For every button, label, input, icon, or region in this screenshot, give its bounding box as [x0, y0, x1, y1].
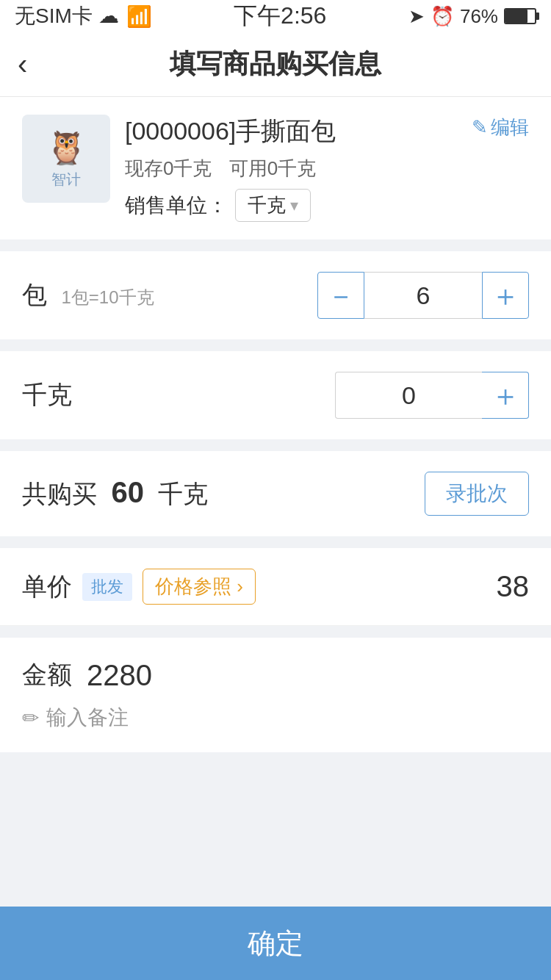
- battery-icon: [504, 8, 536, 24]
- unit-label: 销售单位：: [125, 192, 228, 220]
- kg-label: 千克: [22, 378, 335, 412]
- bao-row: 包 1包=10千克 － ＋: [0, 251, 551, 339]
- summary-text: 共购买 60 千克: [22, 476, 208, 511]
- price-section: 单价 批发 价格参照 › 38: [0, 548, 551, 626]
- note-icon: ✏: [22, 706, 39, 730]
- no-sim-label: 无SIM卡 ☁: [15, 2, 119, 30]
- owl-icon: 🦉: [46, 129, 87, 167]
- confirm-bar[interactable]: 确定: [0, 907, 551, 980]
- dropdown-arrow-icon: ▾: [290, 196, 298, 215]
- battery-label: 76%: [460, 5, 498, 28]
- summary-qty: 60: [111, 476, 144, 508]
- bao-minus-button[interactable]: －: [317, 272, 364, 319]
- status-left: 无SIM卡 ☁ 📶: [15, 2, 152, 30]
- nav-bar: ‹ 填写商品购买信息: [0, 32, 551, 97]
- price-label: 单价: [22, 570, 72, 604]
- note-placeholder: 输入备注: [46, 704, 129, 732]
- product-actions: ✎ 编辑: [472, 115, 529, 140]
- unit-dropdown[interactable]: 千克 ▾: [235, 189, 311, 222]
- status-time: 下午2:56: [234, 0, 326, 32]
- location-icon: ➤: [408, 5, 425, 28]
- bao-label: 包 1包=10千克: [22, 278, 317, 312]
- amount-row: 金额 2280: [22, 658, 529, 692]
- bao-plus-button[interactable]: ＋: [482, 272, 529, 319]
- kg-section: 千克 ＋: [0, 351, 551, 439]
- logo-label: 智计: [51, 170, 81, 190]
- edit-label: 编辑: [491, 115, 529, 140]
- amount-label: 金额: [22, 658, 72, 692]
- edit-icon: ✎: [472, 116, 488, 139]
- bao-qty-control: － ＋: [317, 272, 529, 319]
- status-right: ➤ ⏰ 76%: [408, 5, 536, 28]
- unit-row: 销售单位： 千克 ▾: [125, 189, 457, 222]
- amount-section: 金额 2280 ✏ 输入备注: [0, 638, 551, 752]
- price-row: 单价 批发 价格参照 › 38: [0, 548, 551, 626]
- bao-section: 包 1包=10千克 － ＋: [0, 251, 551, 339]
- price-value: 38: [497, 570, 530, 603]
- product-image: 🦉 智计: [22, 115, 110, 203]
- kg-plus-button[interactable]: ＋: [482, 372, 529, 419]
- product-logo: 🦉 智计: [46, 129, 87, 190]
- status-bar: 无SIM卡 ☁ 📶 下午2:56 ➤ ⏰ 76%: [0, 0, 551, 32]
- amount-value: 2280: [87, 659, 152, 692]
- batch-record-button[interactable]: 录批次: [425, 472, 529, 516]
- kg-qty-control: ＋: [335, 372, 529, 419]
- product-info: [0000006]手撕面包 现存0千克 可用0千克 销售单位： 千克 ▾: [125, 115, 457, 222]
- edit-button[interactable]: ✎ 编辑: [472, 115, 529, 140]
- unit-value: 千克: [248, 192, 286, 218]
- page-title: 填写商品购买信息: [170, 46, 381, 82]
- bao-hint: 1包=10千克: [61, 287, 154, 307]
- summary-row: 共购买 60 千克 录批次: [22, 451, 529, 536]
- kg-row: 千克 ＋: [0, 351, 551, 439]
- wifi-icon: 📶: [126, 4, 152, 29]
- summary-section: 共购买 60 千克 录批次: [0, 451, 551, 536]
- kg-qty-input[interactable]: [335, 372, 482, 419]
- product-stock: 现存0千克 可用0千克: [125, 156, 457, 181]
- back-button[interactable]: ‹: [18, 48, 27, 81]
- product-name: [0000006]手撕面包: [125, 115, 457, 148]
- price-tag: 批发: [82, 573, 132, 601]
- stock-label: 现存0千克: [125, 157, 212, 179]
- alarm-icon: ⏰: [431, 5, 454, 28]
- note-row[interactable]: ✏ 输入备注: [22, 704, 529, 732]
- available-label: 可用0千克: [229, 157, 316, 179]
- price-ref-button[interactable]: 价格参照 ›: [143, 569, 256, 605]
- confirm-label: 确定: [248, 925, 303, 962]
- product-card: 🦉 智计 [0000006]手撕面包 现存0千克 可用0千克 销售单位： 千克 …: [0, 97, 551, 239]
- bao-qty-input[interactable]: [364, 272, 482, 319]
